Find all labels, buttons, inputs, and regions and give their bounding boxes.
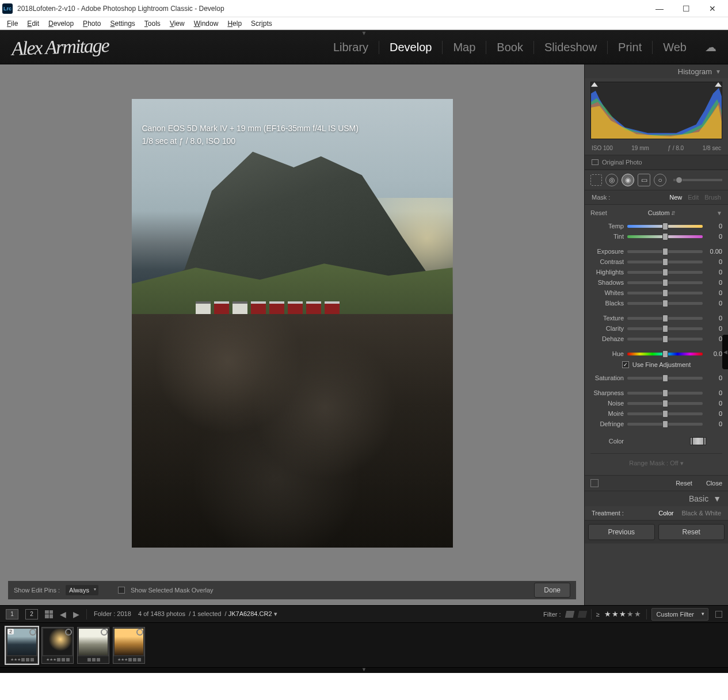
slider-track[interactable] [627,392,703,395]
panel-collapse-top-icon[interactable]: ▼ [361,30,367,36]
slider-value[interactable]: 0 [706,289,722,296]
slider-value[interactable]: 0 [706,400,722,407]
grid-view-icon[interactable] [45,610,53,618]
menu-tools[interactable]: Tools [140,18,165,29]
color-swatch-button[interactable] [690,437,706,445]
basic-panel-header[interactable]: Basic ▼ [585,491,728,506]
window-close-button[interactable]: ✕ [699,0,726,17]
panel-reset-button[interactable]: Reset [676,480,692,487]
slider-value[interactable]: 0 [706,420,722,427]
slider-blacks[interactable]: Blacks0 [590,298,722,308]
slider-track[interactable] [627,250,703,253]
module-book[interactable]: Book [486,41,534,54]
slider-track[interactable] [627,377,703,380]
cloud-sync-icon[interactable]: ☁ [705,40,716,54]
treatment-color-button[interactable]: Color [658,510,673,517]
menu-edit[interactable]: Edit [22,18,44,29]
slider-track[interactable] [627,402,703,405]
slider-saturation[interactable]: Saturation0 [590,373,722,383]
slider-temp[interactable]: Temp0 [590,221,722,231]
slider-value[interactable]: 0 [706,315,722,322]
menu-file[interactable]: File [2,18,22,29]
filmstrip-thumb[interactable]: ★★★ [113,627,145,664]
panel-switch-icon[interactable] [590,479,599,487]
slider-value[interactable]: 0.0 [706,350,722,357]
rating-filter[interactable]: ★★★★★ [604,610,642,618]
crop-tool[interactable] [590,174,602,186]
slider-texture[interactable]: Texture0 [590,313,722,323]
slider-clarity[interactable]: Clarity0 [590,323,722,334]
module-develop[interactable]: Develop [379,41,443,54]
window-minimize-button[interactable]: — [646,0,673,17]
slider-track[interactable] [627,327,703,330]
effect-reset-label[interactable]: Reset [590,209,607,216]
tool-amount-slider[interactable] [673,179,722,181]
slider-contrast[interactable]: Contrast0 [590,257,722,267]
slider-track[interactable] [627,317,703,320]
slider-dehaze[interactable]: Dehaze0 [590,334,722,344]
slider-value[interactable]: 0 [706,233,722,240]
slider-track[interactable] [627,412,703,415]
menu-help[interactable]: Help [223,18,246,29]
show-overlay-checkbox[interactable] [118,587,125,594]
main-view-button[interactable]: 1 [6,609,18,619]
menu-window[interactable]: Window [189,18,223,29]
menu-photo[interactable]: Photo [78,18,105,29]
slider-track[interactable] [627,261,703,263]
show-edit-pins-select[interactable]: Always [66,585,98,595]
slider-noise[interactable]: Noise0 [590,398,722,408]
radial-filter-tool[interactable]: ◉ [622,174,634,186]
histogram[interactable] [590,82,722,139]
slider-track[interactable] [627,423,703,426]
menu-scripts[interactable]: Scripts [246,18,277,29]
flag-reject-icon[interactable] [577,611,587,618]
slider-value[interactable]: 0 [706,258,722,265]
slider-shadows[interactable]: Shadows0 [590,277,722,288]
mask-new-button[interactable]: New [669,194,682,201]
slider-whites[interactable]: Whites0 [590,288,722,298]
photo-preview[interactable]: Canon EOS 5D Mark IV + 19 mm (EF16-35mm … [132,99,453,548]
module-slideshow[interactable]: Slideshow [534,41,608,54]
slider-value[interactable]: 0 [706,269,722,276]
slider-track[interactable] [627,338,703,341]
slider-value[interactable]: 0 [706,410,722,417]
slider-moiré[interactable]: Moiré0 [590,408,722,419]
slider-value[interactable]: 0 [706,389,722,396]
reset-button[interactable]: Reset [658,524,725,540]
slider-track[interactable] [627,353,703,355]
graduated-filter-tool[interactable]: ▭ [638,174,650,186]
slider-value[interactable]: 0 [706,300,722,307]
source-path[interactable]: Folder : 2018 4 of 1483 photos / 1 selec… [94,610,277,618]
effect-preset-select[interactable]: Custom [643,208,680,217]
slider-tint[interactable]: Tint0 [590,231,722,242]
slider-track[interactable] [627,271,703,274]
slider-value[interactable]: 0 [706,374,722,381]
menu-view[interactable]: View [165,18,189,29]
slider-track[interactable] [627,225,703,228]
module-map[interactable]: Map [443,41,486,54]
previous-button[interactable]: Previous [588,524,655,540]
nav-forward-icon[interactable]: ▶ [73,610,79,619]
slider-track[interactable] [627,235,703,238]
right-panel-collapse-icon[interactable]: ◀ [722,335,728,369]
collapse-icon[interactable]: ▼ [716,210,722,216]
done-button[interactable]: Done [534,583,570,598]
adjustment-brush-tool[interactable]: ○ [654,174,666,186]
filter-preset-select[interactable]: Custom Filter [651,608,708,621]
slider-sharpness[interactable]: Sharpness0 [590,388,722,398]
flag-pick-icon[interactable] [565,611,574,618]
slider-track[interactable] [627,281,703,284]
filter-lock-toggle[interactable] [715,611,722,618]
menu-develop[interactable]: Develop [44,18,78,29]
nav-back-icon[interactable]: ◀ [60,610,66,619]
panel-close-button[interactable]: Close [706,480,722,487]
panel-collapse-bottom[interactable] [0,667,728,673]
slider-value[interactable]: 0 [706,335,722,342]
slider-defringe[interactable]: Defringe0 [590,419,722,429]
slider-value[interactable]: 0.00 [706,248,722,255]
slider-exposure[interactable]: Exposure0.00 [590,246,722,257]
original-photo-toggle[interactable]: Original Photo [585,155,728,170]
slider-highlights[interactable]: Highlights0 [590,267,722,277]
treatment-bw-button[interactable]: Black & White [682,510,721,517]
spot-removal-tool[interactable]: ◎ [605,174,618,186]
